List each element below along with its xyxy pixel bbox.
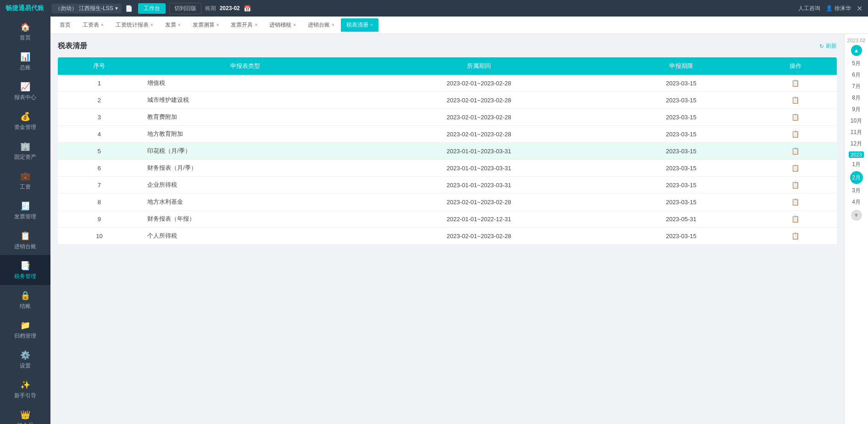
- tab-purchase-ledger-close[interactable]: ×: [332, 22, 334, 28]
- action-doc-icon[interactable]: 📋: [791, 79, 799, 87]
- sidebar-item-salary[interactable]: 💼 工资: [0, 166, 50, 195]
- tab-invoice-close[interactable]: ×: [178, 22, 181, 28]
- cell-action[interactable]: 📋: [754, 177, 837, 194]
- tab-salary-close[interactable]: ×: [101, 22, 104, 28]
- doc-icon: 📄: [125, 5, 133, 12]
- table-row: 7 企业所得税 2023-01-01~2023-03-31 2023-03-15…: [58, 177, 837, 194]
- cell-no: 1: [58, 75, 141, 92]
- sidebar-item-archive[interactable]: 📁 归档管理: [0, 315, 50, 345]
- tab-invoice-open[interactable]: 发票开具 ×: [225, 18, 263, 32]
- panel-month-4[interactable]: 4月: [845, 196, 868, 208]
- panel-month-9[interactable]: 9月: [845, 104, 868, 115]
- panel-month-8[interactable]: 8月: [845, 92, 868, 104]
- action-doc-icon[interactable]: 📋: [791, 215, 799, 223]
- switch-button[interactable]: 切到旧版: [169, 3, 201, 14]
- panel-scroll-up[interactable]: ▲: [851, 45, 862, 56]
- cell-period: 2022-01-01~2022-12-31: [349, 211, 608, 228]
- cell-action[interactable]: 📋: [754, 75, 837, 92]
- cell-type: 财务报表（年报）: [141, 211, 349, 228]
- sidebar-item-purchase[interactable]: 📋 进销台账: [0, 225, 50, 255]
- sidebar-item-report[interactable]: 📈 报表中心: [0, 76, 50, 106]
- tab-invoice-calc-close[interactable]: ×: [217, 22, 219, 28]
- user-avatar[interactable]: 👤 徐涿华: [826, 5, 851, 12]
- cell-deadline: 2023-03-15: [608, 109, 754, 126]
- sidebar-item-invoice[interactable]: 🧾 发票管理: [0, 195, 50, 225]
- cell-deadline: 2023-05-31: [608, 211, 754, 228]
- panel-month-11[interactable]: 11月: [845, 127, 868, 138]
- tab-tax-clear[interactable]: 税表清册 ×: [341, 18, 378, 32]
- top-bar-actions: 工作台 切到旧版 账期 2023-02 📅: [138, 3, 251, 14]
- company-selector[interactable]: （勿动） 江西报生-LSS ▾: [51, 4, 122, 13]
- action-doc-icon[interactable]: 📋: [791, 232, 799, 240]
- cell-no: 4: [58, 126, 141, 143]
- cell-period: 2023-01-01~2023-03-31: [349, 177, 608, 194]
- tab-purchase-check-close[interactable]: ×: [293, 22, 296, 28]
- tab-invoice-label: 发票: [165, 21, 176, 29]
- sidebar-item-guide[interactable]: ✨ 新手引导: [0, 374, 50, 404]
- tab-invoice-open-close[interactable]: ×: [255, 22, 257, 28]
- cell-action[interactable]: 📋: [754, 92, 837, 109]
- cell-deadline: 2023-03-15: [608, 126, 754, 143]
- panel-month-7[interactable]: 7月: [845, 81, 868, 92]
- sidebar-label-archive: 归档管理: [14, 332, 36, 340]
- tab-bar: 首页 工资表 × 工资统计报表 × 发票 × 发票测算 × 发票开具 ×: [50, 17, 868, 34]
- sidebar-item-close[interactable]: 🔒 结账: [0, 285, 50, 315]
- sidebar-item-ledger[interactable]: 📊 总账: [0, 46, 50, 76]
- tab-invoice-calc[interactable]: 发票测算 ×: [187, 18, 225, 32]
- cell-action[interactable]: 📋: [754, 109, 837, 126]
- tab-salary-report[interactable]: 工资统计报表 ×: [110, 18, 159, 32]
- action-doc-icon[interactable]: 📋: [791, 147, 799, 155]
- sidebar-label-fund: 资金管理: [14, 123, 36, 131]
- panel-year-badge: 2023: [849, 151, 863, 158]
- panel-month-2-active[interactable]: 2月: [850, 171, 863, 184]
- tab-home[interactable]: 首页: [54, 18, 76, 32]
- sidebar-item-tax[interactable]: 📑 税务管理: [0, 255, 50, 285]
- tab-purchase-check[interactable]: 进销稽核 ×: [264, 18, 301, 32]
- app-logo: 畅捷通易代账: [6, 4, 44, 12]
- action-doc-icon[interactable]: 📋: [791, 96, 799, 104]
- sidebar-item-fund[interactable]: 💰 资金管理: [0, 106, 50, 136]
- table-row: 8 地方水利基金 2023-02-01~2023-02-28 2023-03-1…: [58, 194, 837, 211]
- panel-month-12[interactable]: 12月: [845, 138, 868, 150]
- sidebar-item-member[interactable]: 👑 畅会员: [0, 404, 50, 424]
- panel-month-1[interactable]: 1月: [845, 159, 868, 170]
- cell-type: 财务报表（月/季）: [141, 160, 349, 177]
- refresh-button[interactable]: ↻ 刷新: [819, 42, 837, 50]
- purchase-icon: 📋: [20, 231, 30, 241]
- tab-tax-clear-close[interactable]: ×: [370, 22, 373, 28]
- cell-action[interactable]: 📋: [754, 160, 837, 177]
- cell-action[interactable]: 📋: [754, 143, 837, 160]
- col-header-deadline: 申报期限: [608, 57, 754, 75]
- action-doc-icon[interactable]: 📋: [791, 130, 799, 138]
- page-title: 税表清册: [58, 41, 87, 51]
- sidebar-label-report: 报表中心: [14, 94, 36, 101]
- cell-action[interactable]: 📋: [754, 211, 837, 228]
- panel-scroll-down[interactable]: ▼: [851, 210, 862, 221]
- sidebar-item-home[interactable]: 🏠 首页: [0, 17, 50, 46]
- calendar-icon[interactable]: 📅: [244, 5, 251, 12]
- tab-salary-report-label: 工资统计报表: [116, 21, 149, 29]
- cell-type: 地方水利基金: [141, 194, 349, 211]
- tab-invoice[interactable]: 发票 ×: [160, 18, 186, 32]
- panel-month-3[interactable]: 3月: [845, 185, 868, 196]
- cell-action[interactable]: 📋: [754, 126, 837, 143]
- panel-month-10[interactable]: 10月: [845, 115, 868, 127]
- cell-deadline: 2023-03-15: [608, 194, 754, 211]
- panel-month-6[interactable]: 6月: [845, 69, 868, 81]
- action-doc-icon[interactable]: 📋: [791, 164, 799, 172]
- tab-purchase-ledger[interactable]: 进销台账 ×: [302, 18, 340, 32]
- cell-action[interactable]: 📋: [754, 228, 837, 245]
- panel-month-5[interactable]: 5月: [845, 58, 868, 69]
- action-doc-icon[interactable]: 📋: [791, 198, 799, 206]
- tab-invoice-calc-label: 发票测算: [193, 21, 215, 29]
- sidebar-item-fixed[interactable]: 🏢 固定资产: [0, 136, 50, 166]
- tab-salary[interactable]: 工资表 ×: [77, 18, 109, 32]
- action-doc-icon[interactable]: 📋: [791, 181, 799, 189]
- workspace-button[interactable]: 工作台: [138, 3, 166, 14]
- tab-salary-report-close[interactable]: ×: [150, 22, 153, 28]
- close-window-icon[interactable]: ✕: [857, 4, 862, 13]
- cell-action[interactable]: 📋: [754, 194, 837, 211]
- action-doc-icon[interactable]: 📋: [791, 113, 799, 121]
- sidebar-item-settings[interactable]: ⚙️ 设置: [0, 345, 50, 374]
- ai-consult[interactable]: 人工咨询: [798, 5, 820, 12]
